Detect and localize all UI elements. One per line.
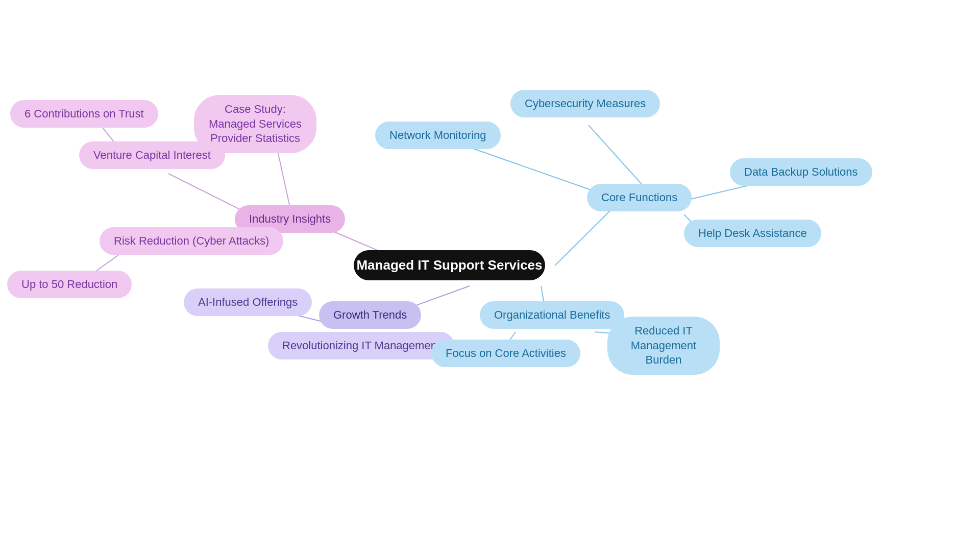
core-functions-node[interactable]: Core Functions <box>587 184 692 211</box>
network-monitoring-label: Network Monitoring <box>389 129 486 142</box>
up-to-50-node[interactable]: Up to 50 Reduction <box>7 271 132 298</box>
growth-trends-label: Growth Trends <box>333 308 407 322</box>
help-desk-node[interactable]: Help Desk Assistance <box>684 220 821 247</box>
contributions-trust-node[interactable]: 6 Contributions on Trust <box>10 100 158 128</box>
risk-reduction-node[interactable]: Risk Reduction (Cyber Attacks) <box>100 227 283 255</box>
data-backup-label: Data Backup Solutions <box>744 165 858 179</box>
svg-line-8 <box>589 125 648 191</box>
svg-line-9 <box>684 184 755 201</box>
data-backup-node[interactable]: Data Backup Solutions <box>730 158 872 186</box>
revolutionizing-node[interactable]: Revolutionizing IT Management <box>268 332 454 359</box>
ai-infused-node[interactable]: AI-Infused Offerings <box>184 288 312 316</box>
network-monitoring-node[interactable]: Network Monitoring <box>375 122 501 149</box>
help-desk-label: Help Desk Assistance <box>698 227 807 240</box>
reduced-burden-label: Reduced IT Management Burden <box>622 324 705 368</box>
contributions-trust-label: 6 Contributions on Trust <box>24 107 144 121</box>
growth-trends-node[interactable]: Growth Trends <box>319 301 421 329</box>
risk-reduction-label: Risk Reduction (Cyber Attacks) <box>114 234 269 248</box>
industry-insights-label: Industry Insights <box>249 212 331 226</box>
venture-capital-label: Venture Capital Interest <box>93 149 211 162</box>
reduced-burden-node[interactable]: Reduced IT Management Burden <box>607 317 720 375</box>
focus-core-label: Focus on Core Activities <box>446 347 566 360</box>
cybersecurity-label: Cybersecurity Measures <box>525 97 646 110</box>
center-label: Managed IT Support Services <box>356 257 542 273</box>
cybersecurity-node[interactable]: Cybersecurity Measures <box>510 90 660 117</box>
svg-line-7 <box>454 142 610 197</box>
revolutionizing-label: Revolutionizing IT Management <box>282 339 440 352</box>
center-node[interactable]: Managed IT Support Services <box>354 250 545 280</box>
venture-capital-node[interactable]: Venture Capital Interest <box>79 141 225 169</box>
ai-infused-label: AI-Infused Offerings <box>198 296 298 309</box>
svg-line-6 <box>555 208 612 266</box>
focus-core-node[interactable]: Focus on Core Activities <box>431 340 580 367</box>
case-study-label: Case Study: Managed Services Provider St… <box>208 102 302 146</box>
org-benefits-label: Organizational Benefits <box>494 308 610 322</box>
up-to-50-label: Up to 50 Reduction <box>21 278 117 291</box>
core-functions-label: Core Functions <box>601 191 677 204</box>
org-benefits-node[interactable]: Organizational Benefits <box>480 301 624 329</box>
